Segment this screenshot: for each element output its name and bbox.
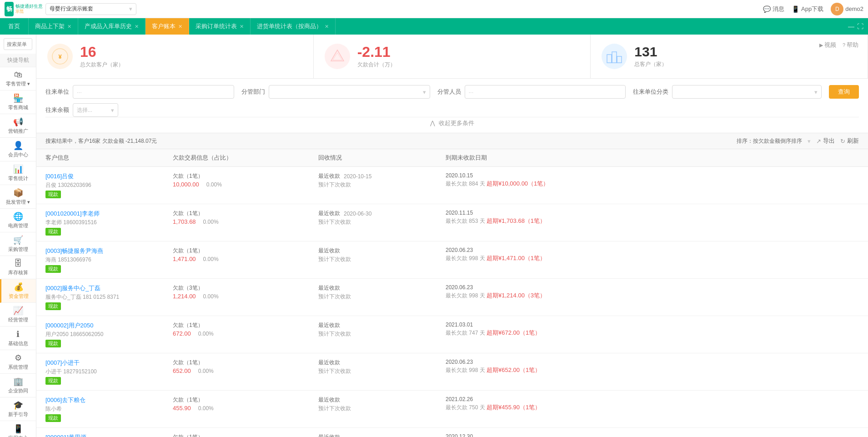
balance-filter: 往来余额 选择...: [45, 103, 118, 117]
tab-goods[interactable]: 商品上下架 ✕: [29, 18, 78, 35]
sidebar-item-ops[interactable]: 📈 经营管理: [0, 303, 36, 326]
collapse-bar[interactable]: ⋀ 收起更多条件: [45, 117, 859, 129]
message-btn[interactable]: 💬 消息: [763, 5, 784, 13]
client-info-3: [0002]服务中心_丁磊 服务中心_丁磊 181 0125 8371 现款: [45, 284, 173, 310]
person-filter: 分管人员 ···: [437, 85, 626, 99]
from-unit-dots: ···: [77, 89, 82, 95]
retail-stats-icon: 📊: [13, 164, 23, 174]
tab-customer-account[interactable]: 客户账本 ✕: [146, 18, 189, 35]
overdue-link-0[interactable]: 超期¥10,000.00（1笔）: [487, 180, 549, 187]
balance-placeholder: 选择...: [77, 106, 92, 114]
inventory-icon: 🗄: [14, 259, 22, 268]
svg-text:¥: ¥: [58, 53, 62, 60]
user-menu[interactable]: D demo2: [831, 3, 863, 15]
due-info-6: 2021.02.26 最长欠款 750 天 超期¥455.90（1笔）: [446, 396, 859, 412]
stat-icon-3: [602, 44, 627, 69]
overdue-link-4[interactable]: 超期¥672.00（1笔）: [487, 329, 541, 336]
sidebar-item-finance[interactable]: 💰 资金管理: [0, 279, 36, 303]
tab-goods-stats[interactable]: 进货单统计表（按商品） ✕: [251, 18, 336, 35]
main-content: ¥ 16 总欠款客户（家） -2.11 欠款合计（万）: [36, 35, 868, 437]
sidebar-item-retail-stats[interactable]: 📊 零售统计: [0, 161, 36, 185]
client-info-2: [0003]畅捷服务尹海燕 海燕 18513066976 现款: [45, 247, 173, 273]
client-name-link-3[interactable]: [0002]服务中心_丁磊: [45, 285, 100, 291]
client-info-4: [000002]用户2050 用户2050 18665062050 现款: [45, 321, 173, 347]
client-name-link-6[interactable]: [0006]去下粮仓: [45, 397, 85, 403]
basic-info-icon: ℹ: [16, 329, 20, 339]
debt-amount-1: 1,703.68: [173, 218, 196, 225]
sidebar-item-retail-store[interactable]: 🏪 零售商城: [0, 90, 36, 114]
table-row: [000002]用户2050 用户2050 18665062050 现款 欠款（…: [36, 316, 868, 353]
close-tab-customer[interactable]: ✕: [178, 24, 182, 30]
client-name-link-7[interactable]: [000001]黄思源: [45, 434, 86, 437]
search-button[interactable]: 查询: [829, 85, 859, 99]
app-download-btn[interactable]: 📱 App下载: [792, 5, 823, 13]
sidebar-item-ecommerce[interactable]: 🌐 电商管理: [0, 209, 36, 232]
maximize-icon[interactable]: ⛶: [857, 23, 863, 30]
filter-row-2: 往来余额 选择...: [45, 103, 859, 117]
phone-icon: 📱: [792, 5, 799, 13]
sidebar-item-retail-mgmt[interactable]: 🛍 零售管理 ▾: [0, 67, 36, 90]
overdue-link-1[interactable]: 超期¥1,703.68（1笔）: [487, 217, 546, 224]
help-link[interactable]: ? 帮助: [843, 41, 858, 49]
overdue-link-2[interactable]: 超期¥1,471.00（1笔）: [487, 255, 546, 261]
app-center-icon: 📱: [13, 424, 23, 434]
overdue-link-6[interactable]: 超期¥455.90（1笔）: [487, 404, 541, 411]
client-name-link-4[interactable]: [000002]用户2050: [45, 322, 94, 329]
company-select[interactable]: 母婴行业演示账套 ▾: [45, 3, 136, 15]
sidebar-item-app-center[interactable]: 📱 应用中心: [0, 421, 36, 437]
client-name-link-1[interactable]: [0001020001]李老师: [45, 210, 100, 217]
sidebar-item-guide[interactable]: 🎓 新手引导: [0, 397, 36, 421]
minimize-icon[interactable]: —: [848, 23, 854, 30]
client-info-0: [0016]吕俊 吕俊 13026203696 现款: [45, 172, 173, 198]
search-input[interactable]: [4, 38, 32, 50]
sidebar-item-system[interactable]: ⚙ 系统管理: [0, 350, 36, 374]
debt-amount-0: 10,000.00: [173, 181, 199, 188]
overdue-link-5[interactable]: 超期¥652.00（1笔）: [487, 367, 541, 373]
debt-info-7: 欠款（1笔） 429.00 0.00%: [173, 433, 318, 437]
sidebar-item-enterprise[interactable]: 🏢 企业协同: [0, 374, 36, 397]
balance-select[interactable]: 选择...: [73, 103, 118, 117]
from-unit-input[interactable]: ···: [73, 85, 234, 99]
sidebar-item-batch-mgmt[interactable]: 📦 批发管理 ▾: [0, 185, 36, 209]
system-icon: ⚙: [15, 353, 22, 363]
debt-info-6: 欠款（1笔） 455.90 0.00%: [173, 396, 318, 412]
collapse-icon: ⋀: [430, 120, 435, 126]
client-name-link-5[interactable]: [0007]小进干: [45, 359, 80, 366]
overdue-link-3[interactable]: 超期¥1,214.00（3笔）: [487, 292, 546, 299]
sidebar-item-purchase[interactable]: 🛒 采购管理: [0, 232, 36, 256]
stat-body-1: 16 总欠款客户（家）: [80, 45, 124, 69]
due-info-3: 2020.06.23 最长欠款 998 天 超期¥1,214.00（3笔）: [446, 284, 859, 300]
client-info-5: [0007]小进干 小进干 18279152100 现款: [45, 359, 173, 385]
dept-select[interactable]: [269, 85, 430, 99]
debt-info-2: 欠款（1笔） 1,471.00 0.00%: [173, 247, 318, 262]
client-name-link-2[interactable]: [0003]畅捷服务尹海燕: [45, 247, 103, 254]
dept-filter: 分管部门: [241, 85, 430, 99]
video-link[interactable]: ▶ 视频: [819, 41, 836, 49]
unit-class-select[interactable]: [672, 85, 822, 99]
sidebar-item-marketing[interactable]: 📢 营销推广: [0, 114, 36, 138]
due-info-5: 2020.06.23 最长欠款 998 天 超期¥652.00（1笔）: [446, 359, 859, 374]
close-tab-goods-stats[interactable]: ✕: [325, 24, 329, 30]
sidebar-search-area: [0, 35, 36, 54]
export-btn[interactable]: ↗ 导出: [816, 137, 835, 145]
sidebar-item-basic-info[interactable]: ℹ 基础信息: [0, 326, 36, 350]
tab-purchase-stats[interactable]: 采购订单统计表 ✕: [189, 18, 251, 35]
sidebar-item-inventory[interactable]: 🗄 库存核算: [0, 256, 36, 279]
tab-home[interactable]: 首页: [0, 18, 29, 35]
refresh-btn[interactable]: ↻ 刷新: [840, 137, 859, 145]
debt-info-4: 欠款（1笔） 672.00 0.00%: [173, 321, 318, 337]
debt-amount-2: 1,471.00: [173, 256, 196, 262]
table-header: 客户信息 欠款交易信息（占比） 回收情况 到期未收款日期: [36, 149, 868, 167]
recovery-info-3: 最近收款 预计下次收款: [318, 284, 446, 301]
tab-production[interactable]: 产成品入库单历史 ✕: [78, 18, 146, 35]
close-tab-production[interactable]: ✕: [135, 24, 139, 30]
sort-chevron[interactable]: [808, 138, 811, 145]
person-input[interactable]: ···: [465, 85, 626, 99]
close-tab-purchase[interactable]: ✕: [240, 24, 244, 30]
client-tag-6: 现款: [45, 414, 61, 422]
client-name-link-0[interactable]: [0016]吕俊: [45, 173, 74, 180]
retail-mgmt-icon: 🛍: [14, 70, 22, 80]
refresh-icon: ↻: [840, 138, 845, 145]
close-tab-goods[interactable]: ✕: [67, 24, 71, 30]
sidebar-item-member[interactable]: 👤 会员中心: [0, 138, 36, 161]
